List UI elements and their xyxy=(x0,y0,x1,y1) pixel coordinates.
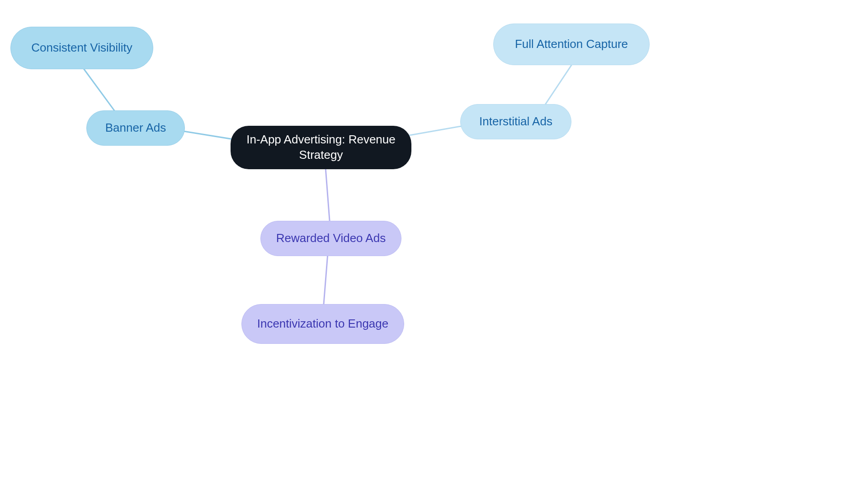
node-consistent-visibility-label: Consistent Visibility xyxy=(31,40,132,56)
node-banner-label: Banner Ads xyxy=(105,120,166,136)
edge-layer xyxy=(0,0,868,490)
node-incentivization-to-engage[interactable]: Incentivization to Engage xyxy=(241,304,404,344)
node-interstitial-label: Interstitial Ads xyxy=(479,114,552,129)
node-rewarded-video-ads[interactable]: Rewarded Video Ads xyxy=(260,221,401,256)
node-rewarded-label: Rewarded Video Ads xyxy=(276,231,386,246)
node-full-attention-capture[interactable]: Full Attention Capture xyxy=(493,24,650,65)
center-label: In-App Advertising: Revenue Strategy xyxy=(244,132,398,163)
center-node[interactable]: In-App Advertising: Revenue Strategy xyxy=(231,126,411,169)
node-incentivization-label: Incentivization to Engage xyxy=(257,316,389,332)
node-banner-ads[interactable]: Banner Ads xyxy=(86,110,185,146)
edge-rewarded-child xyxy=(323,253,328,310)
node-interstitial-ads[interactable]: Interstitial Ads xyxy=(460,104,571,139)
edge-interstitial-child xyxy=(542,61,574,109)
node-consistent-visibility[interactable]: Consistent Visibility xyxy=(10,27,153,69)
edge-center-rewarded xyxy=(326,167,330,226)
node-full-attention-label: Full Attention Capture xyxy=(515,37,628,52)
edge-banner-child xyxy=(81,66,119,117)
